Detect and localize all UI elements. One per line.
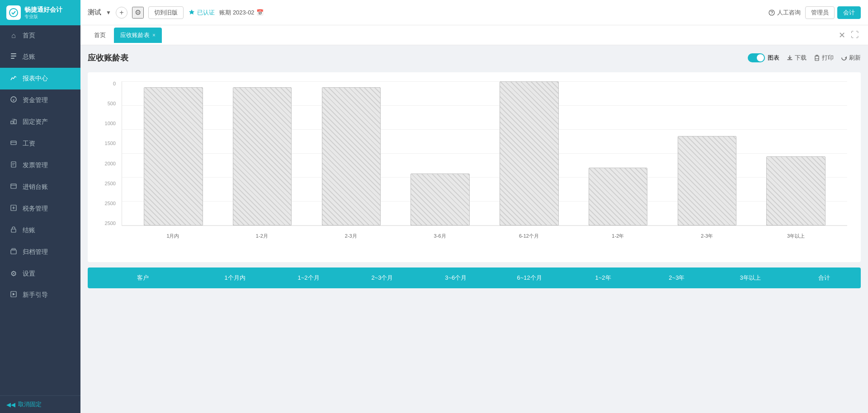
app-name-block: 畅捷通好会计 专业版 (24, 5, 62, 20)
tab-receivable-aging[interactable]: 应收账龄表 × (114, 28, 162, 43)
th-6-12m: 6~12个月 (493, 268, 566, 288)
th-customer: 客户 (88, 268, 198, 288)
x-label-3-6m: 3-6月 (398, 233, 482, 239)
sidebar-item-label: 新手引导 (23, 291, 48, 299)
sidebar-item-ledger[interactable]: 总账 (0, 46, 80, 68)
bar-group-1m (131, 81, 216, 225)
calendar-icon[interactable]: 📅 (256, 9, 264, 16)
manager-button[interactable]: 管理员 (805, 6, 835, 19)
sidebar-item-label: 结账 (23, 226, 35, 235)
sidebar-item-settings[interactable]: ⚙ 设置 (0, 263, 80, 284)
verified-badge: 已认证 (188, 9, 215, 17)
download-button[interactable]: 下载 (787, 54, 807, 62)
refresh-button[interactable]: 刷新 (841, 54, 861, 62)
tabbar-right-controls: ✕ ⛶ (837, 28, 861, 42)
x-label-1m: 1月内 (131, 233, 215, 239)
page-content: 应收账龄表 图表 下载 打印 刷新 (80, 45, 868, 413)
svg-rect-18 (11, 250, 16, 254)
tab-close-icon[interactable]: × (152, 32, 156, 38)
sidebar-item-invoice[interactable]: 发票管理 (0, 155, 80, 176)
th-1-2m: 1~2个月 (272, 268, 345, 288)
y-label-1000: 1000 (105, 121, 116, 126)
svg-marker-21 (13, 293, 15, 296)
table-header: 客户 1个月内 1~2个月 2~3个月 3~6个月 6~12个月 1~2年 2~… (88, 268, 861, 288)
project-dropdown-icon[interactable]: ▼ (106, 9, 111, 16)
svg-point-23 (771, 14, 772, 14)
add-project-button[interactable]: + (116, 7, 127, 19)
unpin-button[interactable]: ◀◀ 取消固定 (0, 395, 80, 413)
bar-group-2-3y (665, 81, 750, 225)
svg-rect-11 (11, 162, 16, 167)
chart-inner (122, 81, 847, 226)
accountant-button[interactable]: 会计 (837, 6, 861, 19)
sidebar-item-label: 发票管理 (23, 161, 48, 169)
bar-1-2m (233, 87, 292, 225)
x-label-2-3y: 2-3年 (665, 233, 749, 239)
bar-2-3m (322, 87, 381, 225)
tabbar-expand-button[interactable]: ⛶ (849, 28, 861, 42)
tabbar: 首页 应收账龄表 × ✕ ⛶ (80, 25, 868, 45)
x-label-3y-plus: 3年以上 (754, 233, 838, 239)
sidebar-item-archive[interactable]: 归档管理 (0, 241, 80, 263)
sidebar-item-label: 归档管理 (23, 248, 48, 256)
sidebar-item-report[interactable]: 报表中心 (0, 68, 80, 89)
tabbar-close-button[interactable]: ✕ (837, 28, 847, 42)
download-label: 下载 (795, 54, 807, 62)
report-icon (9, 74, 18, 83)
y-label-0: 0 (113, 81, 116, 86)
svg-text:¥: ¥ (12, 98, 15, 102)
svg-rect-19 (12, 249, 15, 250)
bar-3-6m (410, 174, 470, 225)
sidebar-item-tax[interactable]: 税务管理 (0, 198, 80, 220)
period-label: 账期 (219, 9, 231, 17)
consult-button[interactable]: 人工咨询 (768, 9, 801, 17)
x-label-1-2y: 1-2年 (576, 233, 660, 239)
sidebar-nav: ⌂ 首页 总账 报表中心 ¥ 资金管理 固定资产 (0, 25, 80, 395)
project-name: 测试 (88, 8, 101, 17)
app-edition: 专业版 (24, 14, 62, 20)
switch-old-version-button[interactable]: 切到旧版 (148, 6, 184, 19)
refresh-label: 刷新 (849, 54, 861, 62)
bar-3y-plus (766, 156, 826, 225)
sidebar-item-trade[interactable]: 进销台账 (0, 176, 80, 198)
trade-icon (9, 183, 18, 192)
x-label-6-12m: 6-12个月 (487, 233, 571, 239)
bar-group-1-2m (220, 81, 305, 225)
user-buttons: 管理员 会计 (805, 6, 861, 19)
sidebar-item-close[interactable]: 结账 (0, 220, 80, 241)
print-label: 打印 (822, 54, 834, 62)
sidebar-item-label: 首页 (23, 32, 35, 40)
x-axis: 1月内 1-2月 2-3月 3-6月 6-12个月 1-2年 2-3年 3年以上 (122, 228, 847, 244)
y-label-500: 500 (108, 101, 116, 106)
svg-rect-9 (11, 141, 16, 145)
sidebar-item-home[interactable]: ⌂ 首页 (0, 25, 80, 46)
bars-container (122, 81, 847, 225)
svg-rect-25 (816, 55, 818, 56)
sidebar-item-salary[interactable]: 工资 (0, 133, 80, 155)
topbar: 测试 ▼ + ⚙ 切到旧版 已认证 账期 2023-02 📅 人工咨询 管理员 … (80, 0, 868, 25)
tab-receivable-aging-label: 应收账龄表 (120, 31, 150, 39)
project-settings-button[interactable]: ⚙ (132, 7, 144, 19)
bar-2-3y (678, 136, 737, 225)
sidebar-item-asset[interactable]: 固定资产 (0, 111, 80, 133)
sidebar-item-fund[interactable]: ¥ 资金管理 (0, 89, 80, 111)
settings-icon: ⚙ (9, 269, 18, 278)
unpin-label: 取消固定 (18, 400, 42, 408)
table-section: 客户 1个月内 1~2个月 2~3个月 3~6个月 6~12个月 1~2年 2~… (88, 268, 861, 288)
th-2-3m: 2~3个月 (345, 268, 419, 288)
svg-rect-3 (11, 58, 14, 59)
unpin-icon: ◀◀ (6, 401, 15, 408)
y-label-2500-2: 2500 (105, 201, 116, 206)
bar-group-3-6m (398, 81, 482, 225)
th-1-2y: 1~2年 (566, 268, 640, 288)
chart-toggle-container: 图表 (748, 53, 779, 62)
svg-rect-8 (12, 119, 15, 120)
bar-6-12m (500, 81, 559, 225)
print-button[interactable]: 打印 (814, 54, 834, 62)
chart-toggle[interactable] (748, 53, 765, 62)
sidebar-item-label: 进销台账 (23, 183, 48, 191)
tab-home[interactable]: 首页 (88, 28, 112, 43)
sidebar-item-guide[interactable]: 新手引导 (0, 284, 80, 306)
invoice-icon (9, 161, 18, 170)
y-axis: 2500 2500 2500 2000 1500 1000 500 0 (97, 81, 119, 226)
